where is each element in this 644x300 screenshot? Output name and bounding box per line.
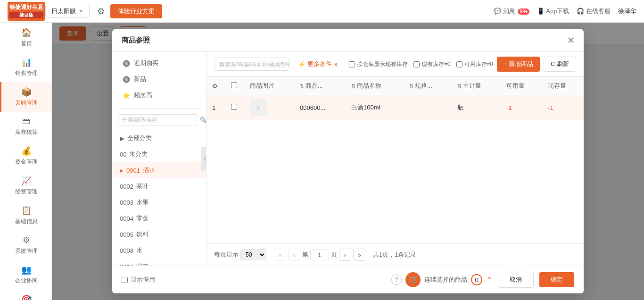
row-checkbox[interactable]: [231, 104, 237, 110]
app-download-link[interactable]: 📱 App下载: [537, 7, 569, 16]
sidebar-item-purchase[interactable]: 📦 采购管理: [0, 82, 51, 112]
operations-icon: 📈: [21, 175, 32, 186]
sidebar-item-inventory[interactable]: 🗃 库存核算: [0, 112, 51, 141]
product-search-wrapper: 🔍: [214, 58, 289, 71]
th-code[interactable]: 商品...: [294, 77, 346, 95]
product-thumbnail: 图: [250, 99, 267, 116]
navbar-actions: ⚙ 体验行业方案: [97, 4, 162, 18]
available-not-zero-label[interactable]: 可用库存≠0: [456, 60, 493, 68]
message-link[interactable]: 💬 消息 99+: [494, 7, 529, 16]
th-unit[interactable]: 主计量: [452, 77, 501, 95]
modal-title: 商品参照: [122, 36, 150, 45]
modal-toolbar-actions: + 新增商品 C 刷新: [497, 57, 576, 72]
category-search-input[interactable]: [118, 114, 197, 125]
th-image: 商品图片: [244, 77, 294, 95]
page-size-select[interactable]: 10 20 50 100: [240, 249, 266, 260]
inventory-icon: 🗃: [22, 117, 31, 126]
product-search-input[interactable]: [215, 58, 289, 70]
show-disabled-checkbox[interactable]: [122, 277, 128, 283]
chevron-down-icon: ▼: [79, 8, 83, 14]
show-disabled-label[interactable]: 显示停用: [122, 275, 155, 284]
sidebar: 🏠 首页 📊 销售管理 📦 采购管理 🗃 库存核算 💰 资金管理 📈 经营管理 …: [0, 23, 52, 300]
category-code: 0004: [120, 215, 133, 222]
category-item-0008[interactable]: 0008 水: [112, 242, 206, 258]
category-list: ▶ 全部分类 00 未分类 ▶ 0001 酒水: [112, 128, 206, 266]
category-item-0004[interactable]: 0004 零食: [112, 210, 206, 226]
sidebar-item-label: 库存核算: [15, 128, 38, 136]
modal-footer: 显示停用 ? 🛒 连续选择的商品 0 ⌃ 取消 确定: [112, 266, 584, 293]
sidebar-item-collab[interactable]: 👥 企业协同: [0, 260, 51, 290]
experience-btn[interactable]: 体验行业方案: [110, 4, 162, 18]
modal-toolbar: 🔍 ⚡ 更多条件 ∧ 按仓库显示现有库存: [206, 52, 584, 77]
next-page-btn[interactable]: ›: [339, 249, 351, 261]
modal-header: 商品参照 ✕: [112, 29, 584, 52]
category-all[interactable]: ▶ 全部分类: [112, 130, 206, 146]
store-selector[interactable]: 日太阳膜 ▼: [45, 5, 90, 18]
category-item-0005[interactable]: 0005 饮料: [112, 226, 206, 242]
th-name[interactable]: 商品名称: [346, 77, 404, 95]
page-input[interactable]: [310, 250, 329, 260]
sidebar-item-basics[interactable]: 📋 基础信息: [0, 200, 51, 230]
th-checkbox[interactable]: [225, 77, 244, 95]
prev-page-btn[interactable]: ‹: [288, 249, 300, 261]
sidebar-item-label: 采购管理: [15, 99, 38, 107]
table-row[interactable]: 1 图 000600... 白酒100ml: [206, 95, 584, 120]
cart-icon[interactable]: 🛒: [405, 272, 421, 287]
collapse-panel-btn[interactable]: 《: [201, 147, 206, 171]
add-product-btn[interactable]: + 新增商品: [497, 57, 540, 72]
sidebar-item-operations[interactable]: 📈 经营管理: [0, 171, 51, 200]
navbar-right: 💬 消息 99+ 📱 App下载 🎧 在线客服 徐泽华: [494, 7, 636, 16]
warehouse-filter-checkbox[interactable]: [349, 61, 355, 67]
confirm-btn[interactable]: 确定: [539, 272, 574, 287]
sidebar-item-home[interactable]: 🏠 首页: [0, 23, 51, 52]
last-page-btn[interactable]: »: [353, 249, 365, 261]
main-layout: 🏠 首页 📊 销售管理 📦 采购管理 🗃 库存核算 💰 资金管理 📈 经营管理 …: [0, 23, 644, 300]
service-link[interactable]: 🎧 在线客服: [577, 7, 611, 16]
category-code: 0005: [120, 231, 133, 238]
th-spec[interactable]: 规格...: [404, 77, 452, 95]
select-all-checkbox[interactable]: [231, 82, 237, 88]
cell-checkbox[interactable]: [225, 95, 244, 120]
sidebar-item-finance[interactable]: 💰 资金管理: [0, 141, 51, 171]
sidebar-item-system[interactable]: ⚙ 系统管理: [0, 230, 51, 260]
new-items-icon: 🔘: [123, 76, 130, 83]
cart-collapse-arrow[interactable]: ⌃: [486, 275, 492, 284]
th-stock: 现存量: [542, 77, 584, 95]
tab-new-items[interactable]: 🔘 新品: [118, 72, 200, 87]
tab-recent-buy[interactable]: 🔘 近期购买: [118, 56, 200, 71]
category-item-0002[interactable]: 0002 茶叶: [112, 178, 206, 194]
refresh-btn[interactable]: C 刷新: [544, 57, 576, 72]
cell-available: -1: [501, 95, 542, 120]
category-item-0010[interactable]: 0010 家电: [112, 258, 206, 266]
available-not-zero-checkbox[interactable]: [456, 61, 462, 67]
active-arrow: ▶: [120, 168, 124, 173]
product-table-wrapper: ⚙ 商品图片 商品... 商品名称 规格... 主计量 可用量 现存量: [206, 77, 584, 243]
category-item-00[interactable]: 00 未分类: [112, 146, 206, 162]
modal-overlay[interactable]: 商品参照 ✕ 🔘 近期购买 🔘: [52, 23, 644, 300]
stock-not-zero-checkbox[interactable]: [413, 61, 420, 67]
warehouse-filter-label[interactable]: 按仓库显示现有库存: [349, 60, 408, 68]
tab-frequent[interactable]: ⭐ 频次高: [118, 88, 200, 103]
user-name: 徐泽华: [618, 7, 636, 16]
sidebar-item-sales[interactable]: 📊 销售管理: [0, 52, 51, 82]
stock-not-zero-label[interactable]: 现有库存≠0: [413, 60, 450, 68]
gear-icon[interactable]: ⚙: [97, 6, 105, 17]
category-code: 0001: [126, 167, 140, 174]
filter-icon: ⚡: [298, 61, 305, 68]
cell-name: 白酒100ml: [346, 95, 404, 120]
th-settings[interactable]: ⚙: [206, 77, 225, 95]
first-page-btn[interactable]: «: [274, 249, 286, 261]
cell-unit: 瓶: [452, 95, 501, 120]
category-item-0001[interactable]: ▶ 0001 酒水: [112, 162, 206, 178]
product-table: ⚙ 商品图片 商品... 商品名称 规格... 主计量 可用量 现存量: [206, 77, 584, 120]
cancel-btn[interactable]: 取消: [498, 272, 534, 288]
sidebar-item-guide[interactable]: 🎯 新手引导: [0, 290, 51, 300]
category-search-icon[interactable]: 🔍: [200, 117, 206, 124]
category-item-0003[interactable]: 0003 水果: [112, 194, 206, 210]
more-filter-btn[interactable]: ⚡ 更多条件 ∧: [293, 58, 343, 71]
category-name: 家电: [136, 262, 149, 266]
modal-close-button[interactable]: ✕: [567, 36, 574, 45]
help-icon-btn[interactable]: ?: [391, 275, 402, 285]
category-code: 0010: [120, 263, 133, 266]
app-logo: 畅捷通好生意 捷目版: [8, 2, 45, 21]
